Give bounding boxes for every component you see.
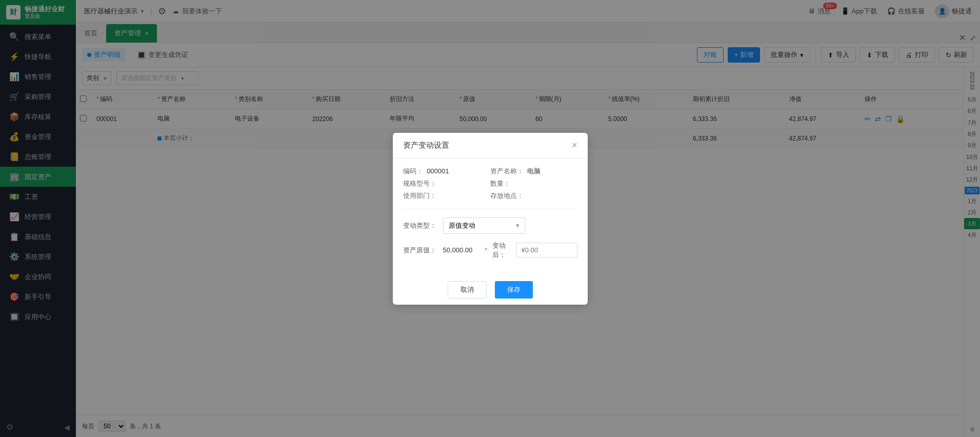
asset-value-display: 50,000.00 xyxy=(443,246,473,254)
cancel-btn[interactable]: 取消 xyxy=(448,281,487,299)
asset-value-row: 资产原值： 50,000.00 * 变动后： xyxy=(403,241,577,260)
info-qty: 数量： xyxy=(490,179,577,188)
modal-info-grid: 编码： 000001 资产名称： 电脑 规格型号： 数量： 使用部门： xyxy=(403,167,577,209)
asset-change-modal: 资产变动设置 × 编码： 000001 资产名称： 电脑 规格型号： 数量： xyxy=(393,133,588,305)
after-change-input[interactable] xyxy=(516,243,577,257)
change-type-row: 变动类型： 原值变动 ▾ xyxy=(403,217,577,234)
change-type-value: 原值变动 xyxy=(449,221,475,230)
modal-header: 资产变动设置 × xyxy=(393,133,588,158)
info-location: 存放地点： xyxy=(490,191,577,201)
info-dept: 使用部门： xyxy=(403,191,490,201)
change-type-arrow: ▾ xyxy=(516,222,519,229)
modal-overlay: 资产变动设置 × 编码： 000001 资产名称： 电脑 规格型号： 数量： xyxy=(0,0,980,437)
modal-footer: 取消 保存 xyxy=(393,275,588,305)
modal-title: 资产变动设置 xyxy=(403,141,449,150)
info-asset-name: 资产名称： 电脑 xyxy=(490,167,577,176)
info-code: 编码： 000001 xyxy=(403,167,490,176)
save-btn[interactable]: 保存 xyxy=(495,281,533,299)
change-type-select[interactable]: 原值变动 ▾ xyxy=(443,217,525,234)
modal-close-btn[interactable]: × xyxy=(572,140,577,151)
modal-body: 编码： 000001 资产名称： 电脑 规格型号： 数量： 使用部门： xyxy=(393,158,588,275)
info-spec: 规格型号： xyxy=(403,179,490,188)
asset-value-label: 资产原值： xyxy=(403,246,439,255)
change-type-label: 变动类型： xyxy=(403,221,439,230)
after-change-label: 变动后： xyxy=(492,241,508,260)
